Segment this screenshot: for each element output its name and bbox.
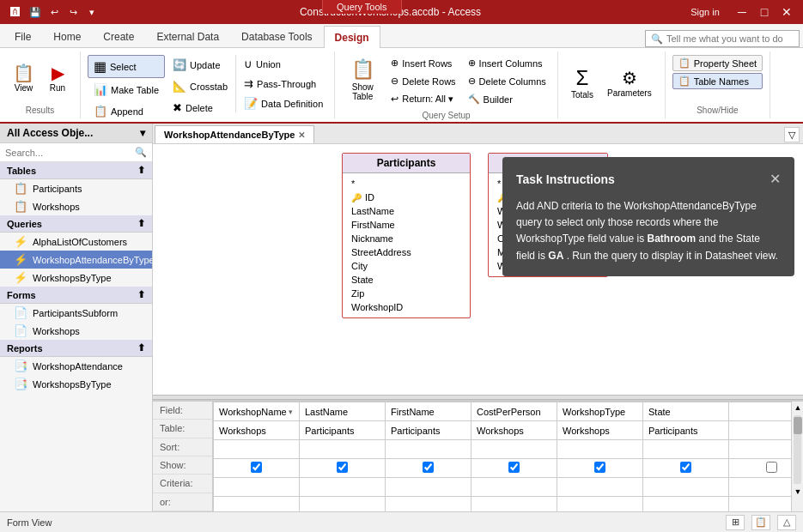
grid-cell-participants-table-3[interactable]: Participants: [643, 421, 729, 440]
delete-columns-btn[interactable]: ⊖ Delete Columns: [464, 73, 551, 89]
tab-file[interactable]: File: [3, 25, 42, 47]
tab-database-tools[interactable]: Database Tools: [230, 25, 324, 47]
grid-cell-sort-2[interactable]: [300, 440, 386, 459]
property-sheet-btn[interactable]: 📋 Property Sheet: [672, 55, 763, 71]
redo-qa-btn[interactable]: ↪: [65, 4, 81, 20]
field-id[interactable]: 🔑 ID: [343, 190, 470, 204]
participants-table-header[interactable]: Participants: [343, 154, 470, 173]
nav-section-tables[interactable]: Tables ⬆: [0, 162, 152, 179]
field-star[interactable]: *: [343, 177, 470, 190]
grid-cell-criteria-1[interactable]: [214, 478, 300, 497]
grid-cell-or-7[interactable]: [729, 497, 792, 512]
nav-item-participants-subform[interactable]: 📄 ParticipantsSubform: [0, 304, 152, 322]
grid-cell-workshopname-field[interactable]: WorkshopName ▾: [214, 402, 300, 421]
grid-cell-participants-table-2[interactable]: Participants: [386, 421, 471, 440]
show-checkbox-6[interactable]: [680, 462, 691, 473]
union-btn[interactable]: ∪ Union: [240, 55, 327, 73]
grid-cell-lastname-field[interactable]: LastName: [300, 402, 386, 421]
grid-cell-or-2[interactable]: [300, 497, 386, 512]
grid-cell-show-1[interactable]: [214, 459, 300, 478]
save-qa-btn[interactable]: 💾: [27, 4, 43, 20]
return-btn[interactable]: ↩ Return: All ▾: [386, 91, 459, 107]
table-names-btn[interactable]: 📋 Table Names: [672, 73, 763, 89]
select-btn[interactable]: ▦ Select: [88, 55, 165, 78]
grid-cell-criteria-7[interactable]: [729, 478, 792, 497]
show-table-btn[interactable]: 📋 ShowTable: [342, 55, 383, 105]
grid-cell-criteria-6[interactable]: [643, 478, 729, 497]
append-btn[interactable]: 📋 Append: [88, 101, 165, 121]
task-popup-close-btn[interactable]: ✕: [770, 169, 781, 190]
grid-cell-empty-field[interactable]: [729, 402, 792, 421]
minimize-btn[interactable]: ─: [733, 3, 751, 21]
nav-search-input[interactable]: [5, 148, 131, 158]
tab-create[interactable]: Create: [92, 25, 145, 47]
doc-tab-close-btn[interactable]: ✕: [298, 130, 305, 140]
tab-home[interactable]: Home: [42, 25, 92, 47]
grid-vscroll[interactable]: ▲ ▼: [791, 402, 803, 511]
grid-cell-sort-5[interactable]: [557, 440, 643, 459]
field-lastname[interactable]: LastName: [343, 204, 470, 218]
grid-cell-show-5[interactable]: [557, 459, 643, 478]
field-workshopid-p[interactable]: WorkshopID: [343, 300, 470, 314]
update-btn[interactable]: 🔄 Update: [167, 55, 234, 75]
grid-cell-sort-7[interactable]: [729, 440, 792, 459]
tab-external-data[interactable]: External Data: [145, 25, 230, 47]
grid-cell-criteria-2[interactable]: [300, 478, 386, 497]
nav-item-workshops-by-type[interactable]: ⚡ WorkshopsByType: [0, 269, 152, 287]
nav-section-reports[interactable]: Reports ⬆: [0, 340, 152, 357]
show-checkbox-3[interactable]: [423, 462, 434, 473]
grid-cell-sort-4[interactable]: [471, 440, 557, 459]
grid-cell-criteria-3[interactable]: [386, 478, 471, 497]
minimize-content-btn[interactable]: ▽: [784, 127, 800, 142]
nav-header[interactable]: All Access Obje... ▾: [0, 124, 152, 143]
nav-item-workshops-form[interactable]: 📄 Workshops: [0, 322, 152, 340]
grid-cell-or-4[interactable]: [471, 497, 557, 512]
grid-cell-or-1[interactable]: [214, 497, 300, 512]
grid-cell-workshops-table[interactable]: Workshops: [214, 421, 300, 440]
grid-cell-sort-1[interactable]: [214, 440, 300, 459]
show-checkbox-4[interactable]: [508, 462, 520, 473]
data-def-btn[interactable]: 📝 Data Definition: [240, 94, 327, 112]
grid-cell-show-2[interactable]: [300, 459, 386, 478]
field-firstname[interactable]: FirstName: [343, 218, 470, 232]
grid-cell-workshops-table-2[interactable]: Workshops: [471, 421, 557, 440]
ribbon-search[interactable]: 🔍: [645, 30, 800, 47]
close-btn[interactable]: ✕: [777, 3, 796, 21]
grid-cell-show-4[interactable]: [471, 459, 557, 478]
nav-section-forms[interactable]: Forms ⬆: [0, 287, 152, 304]
sign-in-btn[interactable]: Sign in: [681, 3, 729, 21]
grid-cell-sort-3[interactable]: [386, 440, 471, 459]
grid-cell-workshops-table-3[interactable]: Workshops: [557, 421, 643, 440]
grid-cell-show-6[interactable]: [643, 459, 729, 478]
status-form-btn[interactable]: 📋: [751, 515, 770, 530]
grid-scroll-down[interactable]: ▼: [792, 486, 803, 498]
crosstab-btn[interactable]: 📐 Crosstab: [167, 76, 234, 96]
ribbon-search-input[interactable]: [666, 33, 787, 44]
workshopname-dropdown-icon[interactable]: ▾: [289, 408, 293, 416]
show-checkbox-2[interactable]: [337, 462, 348, 473]
grid-cell-criteria-4[interactable]: [471, 478, 557, 497]
nav-item-workshop-attendance-report[interactable]: 📑 WorkshopAttendance: [0, 357, 152, 375]
nav-item-alpha-list[interactable]: ⚡ AlphaListOfCustomers: [0, 233, 152, 251]
maximize-btn[interactable]: □: [755, 3, 774, 21]
grid-cell-firstname-field[interactable]: FirstName: [386, 402, 471, 421]
totals-btn[interactable]: Σ Totals: [565, 64, 599, 103]
grid-cell-criteria-5[interactable]: [557, 478, 643, 497]
grid-cell-sort-6[interactable]: [643, 440, 729, 459]
grid-cell-or-3[interactable]: [386, 497, 471, 512]
nav-item-workshop-attendance[interactable]: ⚡ WorkshopAttendanceByType: [0, 251, 152, 269]
tab-design[interactable]: Design: [324, 26, 380, 48]
delete-btn[interactable]: ✖ Delete: [167, 98, 234, 118]
run-btn[interactable]: ▶ Run: [42, 61, 73, 96]
grid-cell-show-7[interactable]: [729, 459, 792, 478]
show-checkbox-1[interactable]: [251, 462, 262, 473]
field-city[interactable]: City: [343, 259, 470, 273]
field-nickname[interactable]: Nickname: [343, 232, 470, 245]
make-table-btn[interactable]: 📊 Make Table: [88, 80, 165, 100]
parameters-btn[interactable]: ⚙ Parameters: [601, 66, 658, 101]
doc-tab-workshop[interactable]: WorkshopAttendanceByType ✕: [155, 125, 314, 143]
grid-cell-costperperson-field[interactable]: CostPerPerson: [471, 402, 557, 421]
grid-cell-workshoptype-field[interactable]: WorkshopType: [557, 402, 643, 421]
grid-cell-or-6[interactable]: [643, 497, 729, 512]
grid-cell-participants-table-1[interactable]: Participants: [300, 421, 386, 440]
